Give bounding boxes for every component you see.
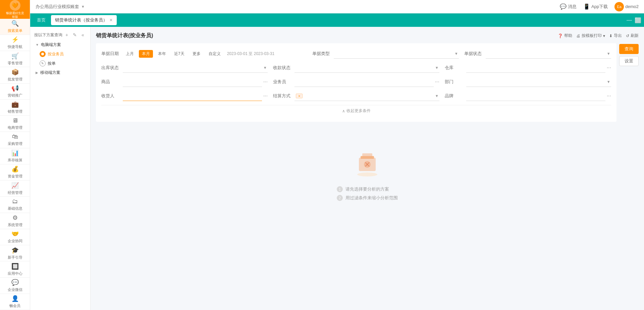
purchase-icon: 🛍 xyxy=(12,133,18,140)
help-button[interactable]: ❓ 帮助 xyxy=(558,33,572,39)
department-select[interactable]: ▾ xyxy=(466,77,611,87)
sidebar-item-shortcut[interactable]: ⚡ 快捷导航 xyxy=(0,35,30,51)
date-btn-this-year[interactable]: 本年 xyxy=(155,50,169,58)
header-dropdown-icon[interactable]: ▾ xyxy=(82,4,84,9)
sidebar-item-system[interactable]: ⚙ 系统管理 xyxy=(0,213,30,229)
collapse-icon: ∧ xyxy=(342,109,345,113)
retail-icon: 🛒 xyxy=(11,52,19,60)
app-download-button[interactable]: 📱 App下载 xyxy=(583,3,608,10)
sidebar-item-newbie[interactable]: 🎓 新手引导 xyxy=(0,245,30,261)
print-icon: 🖨 xyxy=(576,34,580,38)
sidebar-item-marketing[interactable]: 📢 营销推广 xyxy=(0,84,30,100)
sidebar-item-enterprise[interactable]: 🤝 企业协同 xyxy=(0,229,30,245)
sidebar-marketing-label: 营销推广 xyxy=(8,93,22,98)
date-btn-last-7days[interactable]: 近7天 xyxy=(171,50,187,58)
sidebar-item-purchase[interactable]: 🛍 采购管理 xyxy=(0,132,30,148)
sidebar-logo-text: 畅捷通好生意标版 xyxy=(6,11,24,19)
date-btn-last-month[interactable]: 上月 xyxy=(123,50,137,58)
sidebar-retail-label: 零售管理 xyxy=(8,61,22,66)
finance-icon: 💰 xyxy=(11,165,19,173)
message-button[interactable]: 💬 消息 xyxy=(560,3,577,10)
export-button[interactable]: ⬇ 导出 xyxy=(609,33,622,39)
sidebar-item-search[interactable]: 🔍 搜索菜单 xyxy=(0,19,30,35)
warehouse-input[interactable] xyxy=(466,63,605,73)
tree-desktop-section[interactable]: ▼ 电脑端方案 xyxy=(30,40,90,49)
sidebar-item-inventory[interactable]: 📊 库存核算 xyxy=(0,148,30,164)
sales-icon: 💼 xyxy=(11,101,19,108)
tab-restore-icon[interactable]: ⬜ xyxy=(635,17,641,23)
date-btn-this-month[interactable]: 本月 xyxy=(139,50,153,58)
tree-item-by-order-label: 按单 xyxy=(48,61,56,66)
warehouse-dots-button[interactable]: ··· xyxy=(607,65,611,71)
tab-sales-stat[interactable]: 销货单统计表（按业务员） ✕ xyxy=(51,15,117,25)
date-label: 单据日期 xyxy=(101,51,120,57)
brand-input[interactable] xyxy=(466,91,605,101)
tab-home[interactable]: 首页 xyxy=(33,15,50,25)
collapse-panel-button[interactable]: « xyxy=(79,32,86,38)
brand-dots-button[interactable]: ··· xyxy=(607,93,611,99)
tree-item-by-salesperson-label: 按业务员 xyxy=(48,51,64,57)
tab-sales-stat-label: 销货单统计表（按业务员） xyxy=(55,17,107,23)
date-btn-custom[interactable]: 自定义 xyxy=(206,50,224,58)
refresh-icon: ↺ xyxy=(626,34,629,38)
print-button[interactable]: 🖨 按模板打印 ▾ xyxy=(576,33,605,39)
sidebar-enterprise-label: 企业协同 xyxy=(8,239,22,244)
receipt-status-dropdown-icon: ▾ xyxy=(436,65,438,70)
doc-type-select[interactable]: ▾ xyxy=(334,49,459,59)
tree-mobile-section[interactable]: ▶ 移动端方案 xyxy=(30,68,90,77)
salesperson-input[interactable] xyxy=(294,77,434,87)
collapse-button[interactable]: ∧ 收起更多条件 xyxy=(342,108,371,114)
filter-doc-type: 单据类型 ▾ xyxy=(312,49,459,59)
sidebar-logo[interactable]: 🧡 畅捷通好生意标版 xyxy=(0,0,30,19)
system-icon: ⚙ xyxy=(12,214,18,221)
left-panel-title-actions: + ✎ « xyxy=(63,32,86,38)
sidebar-item-sales[interactable]: 💼 销售管理 xyxy=(0,100,30,116)
sidebar-item-apps[interactable]: 🔲 应用中心 xyxy=(0,261,30,277)
basic-icon: 🗂 xyxy=(12,198,18,205)
consignee-input[interactable] xyxy=(123,91,262,101)
goods-input[interactable] xyxy=(123,77,262,87)
goods-label: 商品 xyxy=(101,79,120,85)
query-button[interactable]: 查询 xyxy=(619,44,639,54)
tree-item-by-salesperson[interactable]: 按业务员 xyxy=(40,49,90,59)
sidebar-ecommerce-label: 电商管理 xyxy=(8,125,22,130)
inventory-icon: 📊 xyxy=(11,149,19,157)
sidebar-item-ecommerce[interactable]: 🖥 电商管理 xyxy=(0,116,30,132)
payment-tag-close[interactable]: × xyxy=(298,94,300,98)
refresh-label: 刷新 xyxy=(631,33,639,39)
date-btn-more[interactable]: 更多 xyxy=(190,50,204,58)
out-status-select[interactable]: ▾ xyxy=(123,63,268,73)
filter-out-status: 出库状态 ▾ xyxy=(101,63,268,73)
print-label: 按模板打印 xyxy=(582,33,602,39)
tab-minimize-icon[interactable]: — xyxy=(627,17,632,23)
tree-mobile-label: 移动端方案 xyxy=(40,70,60,75)
sidebar-item-member[interactable]: 👤 畅会员 xyxy=(0,294,30,310)
apps-icon: 🔲 xyxy=(11,263,19,270)
sidebar-item-wholesale[interactable]: 📦 批发管理 xyxy=(0,67,30,83)
goods-dots-button[interactable]: ··· xyxy=(263,79,268,85)
empty-tips: 1 请先选择要分析的方案 2 用过滤条件来缩小分析范围 xyxy=(337,186,398,201)
svg-point-1 xyxy=(357,172,377,176)
consignee-dots-button[interactable]: ··· xyxy=(263,93,268,99)
sidebar-item-retail[interactable]: 🛒 零售管理 xyxy=(0,51,30,67)
sidebar-item-finance[interactable]: 💰 资金管理 xyxy=(0,164,30,180)
add-scheme-button[interactable]: + xyxy=(63,32,70,38)
sidebar-item-business[interactable]: 📈 经营管理 xyxy=(0,180,30,197)
salesperson-dots-button[interactable]: ··· xyxy=(435,79,439,85)
tree-item-by-order[interactable]: ✎ 按单 xyxy=(40,59,90,68)
user-profile[interactable]: Ea demo2 xyxy=(614,2,639,11)
receipt-status-select[interactable]: ▾ xyxy=(294,63,439,73)
header-right: 💬 消息 📱 App下载 Ea demo2 xyxy=(560,2,639,11)
refresh-button[interactable]: ↺ 刷新 xyxy=(626,33,639,39)
edit-scheme-button[interactable]: ✎ xyxy=(71,32,78,38)
doc-status-select[interactable]: ▾ xyxy=(486,49,611,59)
sidebar-item-basic[interactable]: 🗂 基础信息 xyxy=(0,197,30,213)
sidebar-item-wechat[interactable]: 💬 企业微信 xyxy=(0,278,30,294)
settings-button[interactable]: 设置 xyxy=(619,56,639,66)
payment-method-select[interactable]: × ▾ xyxy=(294,91,439,101)
header-title: 办公用品行业模拟账套 xyxy=(36,4,79,10)
tab-close-icon[interactable]: ✕ xyxy=(109,18,113,22)
export-icon: ⬇ xyxy=(609,34,612,38)
message-icon: 💬 xyxy=(560,3,567,10)
filter-main: 单据日期 上月 本月 本年 近7天 更多 自定义 2023-03-01 至 20… xyxy=(96,43,616,126)
